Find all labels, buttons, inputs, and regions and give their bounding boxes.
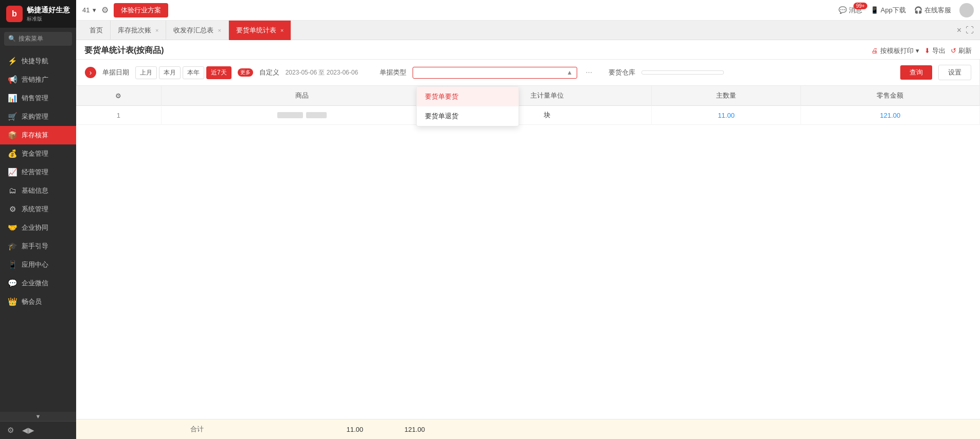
col-header-amount: 零售金额 (800, 86, 979, 106)
export-btn[interactable]: ⬇ 导出 (924, 46, 946, 56)
sidebar-item-inventory[interactable]: 📦库存核算 (0, 126, 76, 144)
sidebar-item-sales[interactable]: 📊销售管理 (0, 89, 76, 107)
user-avatar[interactable] (959, 3, 974, 17)
sidebar-item-wechat[interactable]: 💬企业微信 (0, 274, 76, 292)
header-right: 💬 消息 99+ 📱 App下载 🎧 在线客服 (839, 3, 974, 17)
table-body: 1块11.00121.00 (76, 106, 980, 125)
collapse-icon[interactable]: ◀▶ (22, 426, 34, 435)
tab-order-summary[interactable]: 要货单统计表× (229, 21, 291, 40)
top-header: 41 ▾ ⚙ 体验行业方案 💬 消息 99+ 📱 App下载 🎧 在线客服 (76, 0, 980, 21)
type-select-input[interactable] (417, 69, 566, 77)
sidebar-item-marketing[interactable]: 📢营销推广 (0, 70, 76, 89)
filter-bar: › 单据日期 上月本月本年近7天 更多 自定义 2023-05-06 至 202… (76, 59, 980, 86)
row-num-0: 1 (76, 106, 161, 125)
sidebar-search[interactable]: 🔍 搜索菜单 (4, 32, 72, 46)
table-header: ⚙商品主计量单位主数量零售金额 (76, 86, 980, 106)
nav-label-sales: 销售管理 (22, 94, 48, 103)
refresh-btn[interactable]: ↺ 刷新 (951, 46, 972, 56)
print-template-btn[interactable]: 🖨 按模板打印 ▾ (871, 46, 919, 56)
dropdown-option-1[interactable]: 要货单退货 (417, 106, 519, 126)
sidebar-scroll-down[interactable]: ▼ (0, 412, 76, 421)
nav-label-finance: 资金管理 (22, 149, 48, 158)
topbar-gear-icon[interactable]: ⚙ (101, 5, 109, 15)
nav-label-marketing: 营销推广 (22, 75, 48, 84)
nav-icon-sales: 📊 (7, 94, 17, 103)
sidebar-item-quick-nav[interactable]: ⚡快捷导航 (0, 52, 76, 70)
company-selector[interactable]: 41 ▾ (82, 6, 96, 14)
filter-toggle-btn[interactable]: › (85, 67, 96, 78)
nav-label-operations: 经营管理 (22, 168, 48, 177)
nav-icon-marketing: 📢 (7, 75, 17, 84)
sidebar-item-enterprise[interactable]: 🤝企业协同 (0, 218, 76, 237)
col-header-settings[interactable]: ⚙ (76, 86, 161, 106)
sidebar-item-app-center[interactable]: 📱应用中心 (0, 255, 76, 274)
dropdown-option-0[interactable]: 要货单要货 (417, 87, 519, 106)
page-title: 要货单统计表(按商品) (84, 45, 164, 56)
messages-badge: 99+ (853, 3, 867, 9)
search-icon: 🔍 (8, 35, 16, 42)
row-qty-0[interactable]: 11.00 (652, 106, 800, 125)
sidebar-item-system[interactable]: ⚙系统管理 (0, 200, 76, 218)
print-label: 按模板打印 (880, 46, 914, 56)
type-dropdown: 要货单要货要货单退货 (416, 86, 519, 126)
sidebar-item-purchase[interactable]: 🛒采购管理 (0, 107, 76, 126)
trial-button[interactable]: 体验行业方案 (114, 3, 168, 17)
date-btn-0[interactable]: 上月 (135, 66, 157, 79)
expand-icon[interactable]: ⛶ (966, 26, 974, 35)
logo-icon: b (6, 6, 23, 22)
sidebar-item-member[interactable]: 👑畅会员 (0, 292, 76, 311)
refresh-icon: ↺ (951, 47, 956, 54)
custom-btn[interactable]: 自定义 (259, 68, 279, 77)
tab-close-batch-account[interactable]: × (155, 27, 158, 33)
sidebar-item-guide[interactable]: 🎓新手引导 (0, 237, 76, 255)
type-select-box[interactable]: ▲ (413, 67, 577, 79)
type-select-chevron-up[interactable]: ▲ (566, 69, 573, 76)
row-amount-0[interactable]: 121.00 (800, 106, 979, 125)
type-filter-label: 单据类型 (380, 68, 406, 77)
company-num: 41 (82, 6, 90, 14)
logo-sub-text: 标准版 (27, 15, 70, 23)
sidebar-item-operations[interactable]: 📈经营管理 (0, 163, 76, 181)
main-area: 41 ▾ ⚙ 体验行业方案 💬 消息 99+ 📱 App下载 🎧 在线客服 首页… (76, 0, 980, 439)
date-filter-label: 单据日期 (102, 68, 129, 77)
settings-button[interactable]: 设置 (938, 65, 971, 80)
export-icon: ⬇ (924, 47, 930, 54)
date-btn-3[interactable]: 近7天 (206, 66, 231, 79)
nav-icon-system: ⚙ (7, 205, 17, 214)
tab-receive-summary[interactable]: 收发存汇总表× (166, 21, 228, 40)
nav-label-purchase: 采购管理 (22, 112, 48, 121)
messages-item[interactable]: 💬 消息 99+ (839, 6, 862, 15)
date-btn-1[interactable]: 本月 (159, 66, 181, 79)
tab-close-order-summary[interactable]: × (280, 27, 283, 33)
nav-icon-enterprise: 🤝 (7, 223, 17, 232)
tab-home[interactable]: 首页 (82, 21, 111, 40)
date-btn-2[interactable]: 本年 (183, 66, 204, 79)
total-qty: 11.00 (301, 426, 363, 433)
online-service-item[interactable]: 🎧 在线客服 (914, 6, 951, 15)
nav-label-inventory: 库存核算 (22, 131, 48, 140)
date-range: 2023-05-06 至 2023-06-06 (286, 68, 358, 77)
logo-area: b 畅捷通好生意 标准版 (0, 0, 76, 28)
nav-icon-member: 👑 (7, 297, 17, 306)
sidebar-bottom: ⚙ ◀▶ (0, 421, 76, 439)
more-badge[interactable]: 更多 (238, 68, 253, 77)
sidebar-item-basic-info[interactable]: 🗂基础信息 (0, 181, 76, 200)
settings-icon[interactable]: ⚙ (7, 426, 14, 435)
logo-text: 畅捷通好生意 标准版 (27, 5, 70, 23)
tab-label-receive-summary: 收发存汇总表 (173, 26, 213, 35)
sidebar-item-finance[interactable]: 💰资金管理 (0, 144, 76, 163)
phone-icon: 📱 (870, 6, 879, 14)
nav-icon-basic-info: 🗂 (7, 186, 17, 195)
filter-more-btn[interactable]: ··· (585, 68, 592, 77)
nav-label-member: 畅会员 (22, 297, 42, 306)
nav-label-system: 系统管理 (22, 205, 48, 214)
close-all-icon[interactable]: × (957, 26, 961, 35)
print-icon: 🖨 (871, 47, 878, 54)
col-header-qty: 主数量 (652, 86, 800, 106)
warehouse-select[interactable] (642, 70, 724, 75)
tab-close-receive-summary[interactable]: × (218, 27, 221, 33)
tab-batch-account[interactable]: 库存批次账× (111, 21, 166, 40)
dropdown-arrow: ▾ (93, 6, 96, 14)
app-download-item[interactable]: 📱 App下载 (870, 6, 906, 15)
query-button[interactable]: 查询 (900, 65, 932, 80)
